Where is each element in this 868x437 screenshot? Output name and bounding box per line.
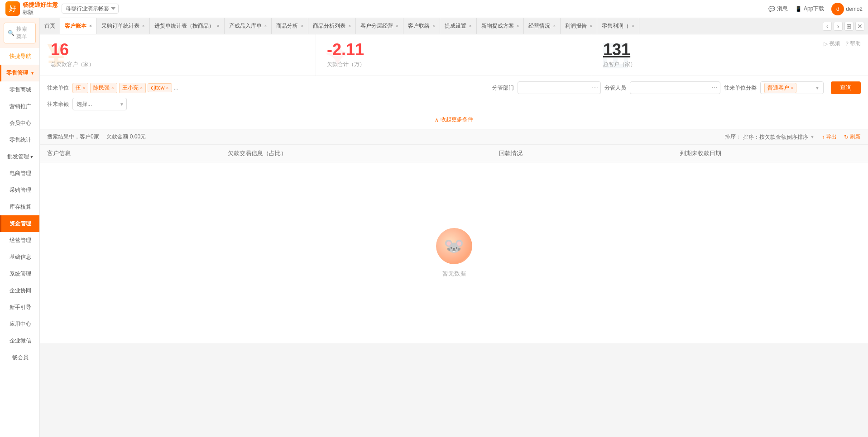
app-download-button[interactable]: 📱 App下载 [795, 5, 824, 13]
person-input[interactable] [630, 81, 720, 94]
tab-close-mention-settings[interactable]: × [469, 24, 472, 28]
sidebar-item-vip[interactable]: 畅会员 [0, 349, 39, 366]
tab-customer-accounts[interactable]: 客户账本 × [60, 18, 97, 34]
balance-label: 往来余额 [47, 100, 69, 108]
tab-close-purchase-order-stats[interactable]: × [142, 24, 145, 28]
tab-close-product-in-single[interactable]: × [264, 24, 267, 28]
tag-close-wang[interactable]: × [140, 85, 143, 90]
sidebar-item-retail-stats[interactable]: 零售统计 [0, 132, 39, 148]
collapse-button[interactable]: ∧ 收起更多条件 [435, 116, 473, 124]
sort-select[interactable]: 排序：按欠款金额倒序排序 [743, 134, 808, 140]
tab-purchase-order-stats[interactable]: 采购订单统计表 × [97, 18, 150, 34]
tab-close-new-mention-plan[interactable]: × [517, 24, 519, 28]
filter-row-2: 往来余额 选择... ▼ [47, 98, 861, 110]
tab-profit-report[interactable]: 利润报告 × [561, 18, 597, 34]
tab-customer-tier[interactable]: 客户分层经营 × [356, 18, 403, 34]
tab-close-all-button[interactable]: ✕ [855, 22, 864, 31]
refresh-button[interactable]: ↻ 刷新 [844, 133, 861, 141]
tab-operations-status[interactable]: 经营情况 × [524, 18, 561, 34]
sidebar-item-member-center[interactable]: 会员中心 [0, 115, 39, 132]
sidebar-item-wholesale-mgmt[interactable]: 批发管理 ▼ [0, 148, 39, 165]
tab-close-customer-contact[interactable]: × [432, 24, 435, 28]
page-content: ¥ 16 总欠款客户（家） ✦ -2.11 欠款合计（万） ⊞ [40, 34, 868, 437]
dept-dots-icon[interactable]: ⋯ [592, 84, 598, 91]
collapse-up-icon: ∧ [435, 117, 439, 123]
content-area: 首页 客户账本 × 采购订单统计表 × 进货单统计表（按商品） × 产成品入库单… [40, 18, 868, 437]
tab-bar: 首页 客户账本 × 采购订单统计表 × 进货单统计表（按商品） × 产成品入库单… [40, 18, 868, 34]
help-button[interactable]: ? 帮助 [845, 40, 861, 48]
dept-label: 分管部门 [492, 84, 514, 92]
tab-product-in-single[interactable]: 产成品入库单 × [225, 18, 272, 34]
tab-new-mention-plan[interactable]: 新增提成方案 × [477, 18, 524, 34]
stat-debt-value: -2.11 [327, 42, 365, 58]
tab-close-operations-status[interactable]: × [553, 24, 556, 28]
empty-text: 暂无数据 [442, 270, 466, 278]
sidebar-item-quick-nav[interactable]: 快捷导航 [0, 48, 39, 65]
unit-category-select[interactable]: 普通客户 × ▼ [760, 81, 824, 94]
play-icon: ▷ [824, 41, 828, 47]
sidebar-item-system[interactable]: 系统管理 [0, 266, 39, 282]
video-help-button[interactable]: ▷ 视频 [824, 40, 840, 48]
tab-menu-button[interactable]: ⊞ [844, 22, 854, 31]
sidebar-item-operations[interactable]: 经营管理 [0, 232, 39, 249]
sidebar-item-enterprise-coop[interactable]: 企业协同 [0, 282, 39, 299]
tag-close-chen[interactable]: × [111, 85, 114, 90]
sidebar-item-newbie[interactable]: 新手引导 [0, 299, 39, 316]
sidebar-item-app-center[interactable]: 应用中心 [0, 316, 39, 332]
top-bar-right: 💬 消息 📱 App下载 d demo2 [768, 3, 863, 15]
sidebar-item-purchase[interactable]: 采购管理 [0, 182, 39, 199]
export-button[interactable]: ↑ 导出 [822, 133, 837, 141]
tag-close-wu[interactable]: × [82, 85, 85, 90]
filter-area: 往来单位 伍 × 陈民强 × 王小亮 × [40, 76, 868, 129]
sidebar-item-ecommerce[interactable]: 电商管理 [0, 165, 39, 182]
template-select[interactable]: 母婴行业演示帐套 [62, 4, 119, 14]
tab-prev-button[interactable]: ‹ [823, 22, 832, 31]
sidebar-item-basic-info[interactable]: 基础信息 [0, 249, 39, 266]
tag-close-common[interactable]: × [791, 85, 793, 90]
tab-customer-contact[interactable]: 客户联络 × [403, 18, 440, 34]
sidebar-item-finance[interactable]: 资金管理 [0, 215, 39, 232]
tab-close-inventory-stats[interactable]: × [217, 24, 220, 28]
tab-close-profit-report[interactable]: × [590, 24, 592, 28]
filter-tag-chen[interactable]: 陈民强 × [90, 83, 117, 93]
sidebar-item-inventory[interactable]: 库存核算 [0, 199, 39, 215]
tab-goods-analysis-list[interactable]: 商品分析列表 × [308, 18, 356, 34]
sidebar-item-enterprise-wechat[interactable]: 企业微信 [0, 332, 39, 349]
message-button[interactable]: 💬 消息 [768, 5, 788, 13]
filter-tag-common[interactable]: 普通客户 × [764, 83, 796, 93]
search-input-area[interactable]: 🔍 搜索菜单 [4, 23, 36, 43]
collapse-row: ∧ 收起更多条件 [47, 114, 861, 125]
user-avatar-area[interactable]: d demo2 [831, 3, 863, 15]
tab-goods-analysis[interactable]: 商品分析 × [272, 18, 308, 34]
tab-mention-settings[interactable]: 提成设置 × [440, 18, 477, 34]
tab-close-goods-analysis-list[interactable]: × [348, 24, 351, 28]
tab-close-goods-analysis[interactable]: × [301, 24, 303, 28]
table-header: 客户信息 欠款交易信息（占比） 回款情况 到期未收款日期 [40, 145, 868, 162]
tab-home[interactable]: 首页 [40, 18, 60, 34]
filter-tag-cj[interactable]: cjttcw × [148, 83, 172, 92]
dept-input[interactable] [518, 81, 601, 94]
tab-close-customer-accounts[interactable]: × [89, 24, 92, 28]
tab-next-button[interactable]: › [834, 22, 843, 31]
tag-close-cj[interactable]: × [166, 85, 168, 90]
balance-select[interactable]: 选择... [72, 98, 127, 110]
header-repayment: 回款情况 [499, 149, 680, 157]
sidebar-search-area[interactable]: 🔍 搜索菜单 [0, 18, 39, 48]
tab-inventory-stats[interactable]: 进货单统计表（按商品） × [150, 18, 225, 34]
dept-select-wrap: ⋯ [518, 81, 601, 94]
filter-tag-wu[interactable]: 伍 × [72, 83, 88, 93]
tab-close-customer-tier[interactable]: × [396, 24, 398, 28]
sidebar-item-retail-mgmt[interactable]: 零售管理 ▼ [0, 65, 39, 81]
tab-close-retail-profit[interactable]: × [632, 24, 634, 28]
filter-tag-more[interactable]: ... [174, 85, 178, 91]
sidebar-item-retail-mall[interactable]: 零售商城 [0, 81, 39, 98]
stat-customers-value: 16 [51, 42, 94, 58]
filter-tag-wang[interactable]: 王小亮 × [119, 83, 146, 93]
query-button[interactable]: 查询 [831, 81, 861, 94]
person-dots-icon[interactable]: ⋯ [711, 84, 718, 91]
stat-all-customers: ⊞ 131 总客户（家） ▷ 视频 ? 帮助 [592, 34, 868, 76]
logo-text: 畅捷通好生意 标版 [23, 1, 58, 16]
stat-all-value[interactable]: 131 [603, 42, 636, 58]
tab-retail-profit[interactable]: 零售利润（ × [597, 18, 639, 34]
sidebar-item-marketing[interactable]: 营销推广 [0, 98, 39, 115]
